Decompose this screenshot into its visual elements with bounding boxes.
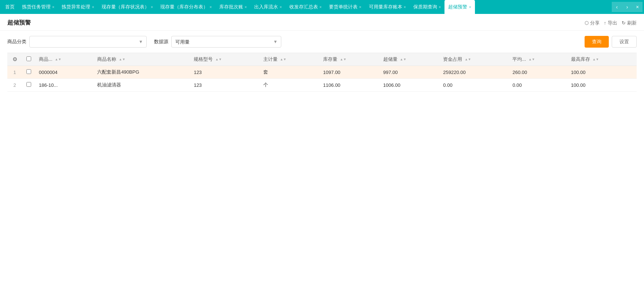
header-actions: ⬡ 分享 ↑ 导出 ↻ 刷新 [585,20,637,26]
row-checkbox[interactable] [26,69,31,74]
close-icon[interactable]: × [439,5,441,9]
sort-icon: ▲▼ [465,58,471,61]
nav-stock-dist[interactable]: 现存量（库存分布表） × [157,0,215,14]
close-icon[interactable]: × [279,5,282,9]
over-stock-qty: 997.00 [380,66,440,79]
category-filter-group: 商品分类 ▼ [7,36,147,48]
table-header-row: ⚙ 商品... ▲▼ 商品名称 ▲▼ 规格型号 ▲▼ [7,53,637,66]
share-button[interactable]: ⬡ 分享 [585,20,600,26]
nav-home[interactable]: 首页 [1,0,18,14]
col-max-stock[interactable]: 最高库存 ▲▼ [567,53,637,66]
share-icon: ⬡ [585,20,589,26]
sort-icon: ▲▼ [528,58,535,61]
nav-summary[interactable]: 收发存汇总表 × [286,0,325,14]
col-avg[interactable]: 平均... ▲▼ [509,53,567,66]
refresh-button[interactable]: ↻ 刷新 [622,20,637,26]
avg-price: 0.00 [509,79,567,92]
datasource-select[interactable]: 可用量 [171,36,281,48]
col-stock[interactable]: 库存量 ▲▼ [319,53,380,66]
category-select[interactable] [29,36,147,48]
filter-right-section: 查询 设置 [585,36,637,48]
row-checkbox[interactable] [26,82,31,87]
close-icon[interactable]: × [319,5,322,9]
row-number: 2 [7,79,22,92]
checkbox-header[interactable] [22,53,35,66]
datasource-select-wrap: 可用量 ▼ [171,36,281,48]
stock-qty: 1106.00 [319,79,380,92]
sort-icon: ▲▼ [119,58,125,61]
category-select-wrap: ▼ [29,36,147,48]
max-stock: 100.00 [567,79,637,92]
col-over-stock[interactable]: 超储量 ▲▼ [380,53,440,66]
close-icon[interactable]: × [469,5,471,9]
table-container: ⚙ 商品... ▲▼ 商品名称 ▲▼ 规格型号 ▲▼ [0,53,644,92]
settings-button[interactable]: 设置 [612,36,637,48]
query-button[interactable]: 查询 [585,36,609,48]
close-icon[interactable]: × [359,5,361,9]
product-spec: 123 [190,79,259,92]
export-icon: ↑ [604,20,607,26]
capital-amount: 0.00 [439,79,509,92]
nav-quality-check[interactable]: 保质期查询 × [410,0,444,14]
select-all-checkbox[interactable] [26,56,31,61]
refresh-icon: ↻ [622,20,626,26]
close-icon[interactable]: × [92,5,94,9]
gear-icon[interactable]: ⚙ [12,56,17,62]
close-icon[interactable]: × [151,5,153,9]
product-code: 0000004 [35,66,94,79]
table-row: 2 186-10... 机油滤清器 123 个 1106.00 1006.00 … [7,79,637,92]
row-checkbox-cell[interactable] [22,79,35,92]
sort-icon: ▲▼ [280,58,286,61]
avg-price: 260.00 [509,66,567,79]
close-icon[interactable]: × [209,5,212,9]
row-checkbox-cell[interactable] [22,66,35,79]
nav-scroll-arrows: ‹ › × [612,2,643,12]
sort-icon: ▲▼ [340,58,347,61]
close-icon[interactable]: × [52,5,54,9]
product-code: 186-10... [35,79,94,92]
page-content: 超储预警 ⬡ 分享 ↑ 导出 ↻ 刷新 商品分类 ▼ [0,14,644,293]
stock-qty: 1097.00 [319,66,380,79]
filter-area: 商品分类 ▼ 数据源 可用量 ▼ 查询 设置 [0,31,644,53]
nav-available-stock[interactable]: 可用量库存账本 × [365,0,410,14]
close-icon[interactable]: × [245,5,247,9]
nav-prev-arrow[interactable]: ‹ [612,2,622,12]
page-header: 超储预警 ⬡ 分享 ↑ 导出 ↻ 刷新 [0,14,644,31]
nav-next-arrow[interactable]: › [622,2,632,12]
nav-inout-flow[interactable]: 出入库流水 × [250,0,285,14]
nav-overstock-warning[interactable]: 超储预警 × [444,0,475,14]
col-product-name[interactable]: 商品名称 ▲▼ [94,53,190,66]
top-navigation: 首页 拣货任务管理 × 拣货异常处理 × 现存量（库存状况表） × 现存量（库存… [0,0,644,14]
col-unit[interactable]: 主计量 ▲▼ [260,53,320,66]
sort-icon: ▲▼ [55,58,61,61]
col-spec[interactable]: 规格型号 ▲▼ [190,53,259,66]
gear-header[interactable]: ⚙ [7,53,22,66]
sort-icon: ▲▼ [592,58,599,61]
product-unit: 个 [260,79,320,92]
datasource-filter-group: 数据源 可用量 ▼ [154,36,281,48]
capital-amount: 259220.00 [439,66,509,79]
export-button[interactable]: ↑ 导出 [604,20,618,26]
product-name: 六配套新昌490BPG [94,66,190,79]
nav-pick-exception[interactable]: 拣货异常处理 × [58,0,98,14]
product-name: 机油滤清器 [94,79,190,92]
row-number: 1 [7,66,22,79]
page-title: 超储预警 [7,19,31,27]
close-icon[interactable]: × [404,5,406,9]
nav-order-stat[interactable]: 要货单统计表 × [325,0,365,14]
over-stock-qty: 1006.00 [380,79,440,92]
product-unit: 套 [260,66,320,79]
max-stock: 100.00 [567,66,637,79]
table-body: 1 0000004 六配套新昌490BPG 123 套 1097.00 997.… [7,66,637,92]
nav-stock-status[interactable]: 现存量（库存状况表） × [98,0,157,14]
nav-pick-task[interactable]: 拣货任务管理 × [18,0,58,14]
overstock-table: ⚙ 商品... ▲▼ 商品名称 ▲▼ 规格型号 ▲▼ [7,53,637,92]
col-product-code[interactable]: 商品... ▲▼ [35,53,94,66]
nav-close-arrow[interactable]: × [632,2,643,12]
nav-stock-batch[interactable]: 库存批次账 × [216,0,250,14]
product-spec: 123 [190,66,259,79]
table-row: 1 0000004 六配套新昌490BPG 123 套 1097.00 997.… [7,66,637,79]
category-filter-label: 商品分类 [7,38,26,45]
col-capital[interactable]: 资金占用 ▲▼ [439,53,509,66]
sort-icon: ▲▼ [215,58,222,61]
